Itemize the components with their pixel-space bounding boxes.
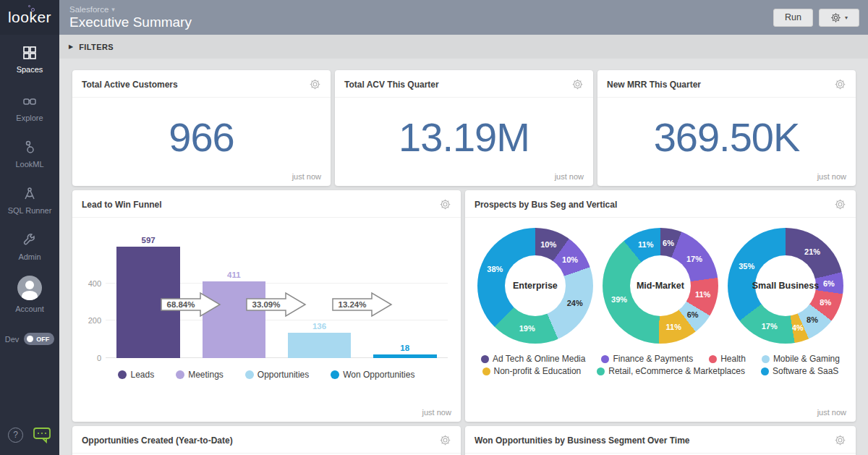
- legend-dot-icon: [709, 355, 717, 363]
- chart-row: Lead to Win Funnel 02004005974111361868.…: [72, 190, 856, 422]
- sidebar-item-label: Account: [15, 305, 44, 313]
- bar[interactable]: [288, 333, 351, 358]
- donut-slice-label: 17%: [686, 255, 702, 263]
- legend-item[interactable]: Mobile & Gaming: [762, 354, 840, 364]
- donut-slice-label: 10%: [562, 255, 578, 264]
- sidebar-item-label: Spaces: [17, 65, 43, 74]
- donut-mid-market[interactable]: 6%17%11%6%11%39%11%Mid-Market: [603, 228, 718, 344]
- legend-dot-icon: [762, 355, 770, 363]
- legend-item[interactable]: Won Opportunities: [331, 370, 414, 380]
- donut-enterprise[interactable]: 10%10%24%19%38%Enterprise: [477, 228, 593, 344]
- header-actions: Run ▾: [773, 9, 859, 27]
- gear-icon: [439, 434, 451, 446]
- run-button[interactable]: Run: [773, 9, 813, 27]
- last-updated-label: just now: [555, 172, 584, 181]
- molecule-icon: [22, 140, 38, 156]
- y-axis-tick: 200: [82, 316, 101, 325]
- last-updated-label: just now: [422, 408, 451, 417]
- help-button[interactable]: ?: [8, 428, 23, 443]
- card-title: Opportunities Created (Year-to-Date): [82, 435, 233, 446]
- tile-settings-button[interactable]: [834, 78, 846, 90]
- funnel-card: Lead to Win Funnel 02004005974111361868.…: [72, 190, 461, 422]
- legend-label: Ad Tech & Online Media: [493, 354, 586, 364]
- chevron-down-icon: ▾: [845, 14, 848, 21]
- tile-settings-button[interactable]: [571, 78, 584, 90]
- sidebar-item-explore[interactable]: Explore: [0, 84, 59, 130]
- looker-logo[interactable]: looker: [0, 0, 59, 35]
- donut-slice-label: 21%: [804, 247, 820, 256]
- legend-label: Finance & Payments: [613, 354, 693, 364]
- bars-container: 5974111361868.84%33.09%13.24%: [106, 222, 448, 358]
- donut-slice-label: 6%: [823, 279, 835, 288]
- bar-value-label: 597: [142, 236, 156, 244]
- tile-settings-button[interactable]: [439, 434, 451, 446]
- tile-settings-button[interactable]: [834, 198, 846, 211]
- funnel-chart: 02004005974111361868.84%33.09%13.24%: [82, 242, 448, 358]
- sidebar-spacer: [0, 345, 59, 426]
- legend-label: Retail, eCommerce & Marketplaces: [608, 366, 745, 376]
- filters-bar[interactable]: ▶ FILTERS: [59, 35, 868, 59]
- kpi-row: Total Active Customers 966 just now: [72, 70, 856, 186]
- donut-center-label: Enterprise: [513, 281, 558, 291]
- breadcrumb-label: Salesforce: [69, 5, 109, 14]
- legend-label: Meetings: [188, 370, 224, 380]
- legend-row: Ad Tech & Online MediaFinance & Payments…: [481, 354, 840, 364]
- legend-item[interactable]: Leads: [118, 370, 154, 380]
- sidebar-bottom-icons: ?: [0, 426, 59, 443]
- chat-button[interactable]: [33, 426, 51, 443]
- donut-charts: 10%10%24%19%38%Enterprise6%17%11%6%11%39…: [465, 218, 856, 344]
- sidebar-item-admin[interactable]: Admin: [0, 223, 59, 269]
- sidebar-item-label: Admin: [18, 252, 41, 261]
- dashboard-settings-button[interactable]: ▾: [819, 9, 859, 27]
- gear-icon: [834, 434, 846, 446]
- sidebar-item-lookml[interactable]: LookML: [0, 130, 59, 177]
- donut-slice-label: 6%: [687, 310, 699, 319]
- bar[interactable]: [373, 354, 436, 358]
- tile-settings-button[interactable]: [439, 198, 451, 211]
- sidebar-item-spaces[interactable]: Spaces: [0, 35, 59, 84]
- legend-item[interactable]: Retail, eCommerce & Marketplaces: [597, 366, 745, 376]
- donut-center-label: Small Business: [752, 281, 819, 291]
- legend-dot-icon: [481, 355, 489, 363]
- gear-icon: [309, 78, 321, 90]
- dev-toggle[interactable]: OFF: [24, 333, 54, 345]
- tile-settings-button[interactable]: [309, 78, 321, 90]
- gear-icon: [439, 198, 451, 211]
- dev-toggle-state: OFF: [36, 336, 49, 343]
- legend-label: Leads: [130, 370, 154, 380]
- donut-slice-label: 11%: [638, 240, 653, 249]
- bar-column-opportunities: 136: [276, 222, 362, 358]
- sidebar-item-label: SQL Runner: [8, 206, 52, 215]
- gear-icon: [830, 12, 841, 23]
- sidebar-item-sql-runner[interactable]: SQL Runner: [0, 177, 59, 223]
- legend-item[interactable]: Health: [709, 354, 746, 364]
- donut-small-business[interactable]: 21%6%8%8%4%17%35%Small Business: [728, 228, 843, 344]
- kpi-value: 13.19M: [335, 113, 593, 160]
- avatar-head-icon: [25, 281, 34, 289]
- card-title: Prospects by Bus Seg and Vertical: [475, 200, 617, 210]
- legend-dot-icon: [245, 370, 254, 379]
- legend-row: Non-profit & EducationRetail, eCommerce …: [482, 366, 839, 376]
- conversion-arrow: 13.24%: [332, 292, 393, 318]
- donut-center-label: Mid-Market: [637, 281, 684, 291]
- legend-item[interactable]: Software & SaaS: [761, 366, 838, 376]
- sidebar-item-label: LookML: [15, 160, 43, 169]
- sidebar-item-account[interactable]: Account: [0, 269, 59, 321]
- legend-dot-icon: [331, 370, 339, 379]
- legend-item[interactable]: Meetings: [176, 370, 224, 380]
- tile-settings-button[interactable]: [834, 434, 846, 446]
- legend-item[interactable]: Ad Tech & Online Media: [481, 354, 586, 364]
- legend-item[interactable]: Non-profit & Education: [482, 366, 582, 376]
- legend-item[interactable]: Opportunities: [245, 370, 309, 380]
- logo-bubble-icon: [31, 8, 35, 12]
- card-title: Lead to Win Funnel: [82, 200, 162, 210]
- legend-item[interactable]: Finance & Payments: [601, 354, 693, 364]
- breadcrumb[interactable]: Salesforce ▾: [69, 5, 192, 14]
- dev-label: Dev: [5, 335, 20, 344]
- kpi-card-new-mrr: New MRR This Quarter 369.50K just now: [597, 70, 856, 186]
- conversion-percent-label: 68.84%: [167, 300, 195, 309]
- conversion-arrow: 33.09%: [246, 292, 307, 318]
- question-mark-icon: ?: [13, 430, 18, 440]
- conversion-percent-label: 33.09%: [252, 300, 281, 309]
- wrench-icon: [22, 232, 38, 248]
